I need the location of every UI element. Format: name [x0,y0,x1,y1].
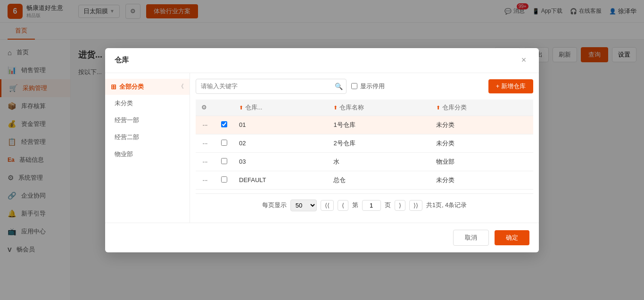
row-check-cell[interactable] [215,134,233,152]
col-header-gear: ⚙ [196,100,215,116]
table-panel: 🔍 显示停用 + 新增仓库 ⚙ ⬆ 仓 [190,73,539,223]
category-item-ops1[interactable]: 经营一部 [105,112,190,129]
row-gear-cell: ··· [196,171,215,189]
confirm-button[interactable]: 确定 [495,230,529,245]
row-code-cell: DEFAULT [233,171,328,189]
table-toolbar: 🔍 显示停用 + 新增仓库 [196,79,533,94]
per-page-label: 每页显示 [262,201,287,209]
row-name-cell: 水 [328,152,430,171]
row-check-cell[interactable] [215,152,233,171]
row-name-cell: 2号仓库 [328,134,430,152]
dialog-body: ⊞ 全部分类 《 未分类 经营一部 经营二部 物业部 🔍 [105,73,539,223]
show-disabled-label: 显示停用 [360,82,385,91]
row-check-cell[interactable] [215,171,233,189]
col-sort-icon: ⬆ [239,105,243,110]
row-category-cell: 未分类 [430,134,533,152]
row-code-cell: 03 [233,152,328,171]
search-wrap: 🔍 [196,79,347,94]
col-header-check [215,100,233,116]
row-category-cell: 未分类 [430,116,533,134]
category-item-property[interactable]: 物业部 [105,146,190,163]
table-row[interactable]: ··· 02 2号仓库 未分类 [196,134,533,152]
col-header-code: ⬆ 仓库... [233,100,328,116]
page-prev-button[interactable]: ⟨ [338,200,348,211]
row-code-cell: 02 [233,134,328,152]
row-name-cell: 1号仓库 [328,116,430,134]
page-input[interactable] [362,200,381,211]
row-gear-cell: ··· [196,134,215,152]
category-item-unclassified[interactable]: 未分类 [105,95,190,112]
grid-icon: ⊞ [111,83,116,91]
table-row[interactable]: ··· 03 水 物业部 [196,152,533,171]
per-page-select[interactable]: 50 10 20 100 [290,200,317,211]
category-item-ops2[interactable]: 经营二部 [105,129,190,146]
all-category-label: ⊞ 全部分类 [111,83,144,91]
show-disabled-wrap: 显示停用 [351,82,385,91]
row-name-cell: 总仓 [328,171,430,189]
page-next-button[interactable]: ⟩ [395,200,405,211]
page-unit-label: 页 [385,201,391,209]
page-first-button[interactable]: ⟨⟨ [321,200,334,211]
row-category-cell: 未分类 [430,171,533,189]
category-panel: ⊞ 全部分类 《 未分类 经营一部 经营二部 物业部 [105,73,190,223]
col-name-sort-icon: ⬆ [333,105,338,110]
page-total-label: 共1页, 4条记录 [426,201,467,209]
search-icon[interactable]: 🔍 [335,83,343,90]
dialog-footer: 取消 确定 [105,223,539,252]
col-cat-sort-icon: ⬆ [436,105,440,110]
row-gear-cell: ··· [196,152,215,171]
dialog-close-button[interactable]: × [518,55,529,66]
dialog-overlay: 仓库 × ⊞ 全部分类 《 未分类 经营一部 经营二部 物业部 [0,0,644,300]
row-code-cell: 01 [233,116,328,134]
add-warehouse-button[interactable]: + 新增仓库 [488,79,533,93]
collapse-icon[interactable]: 《 [178,83,184,91]
row-gear-cell: ··· [196,116,215,134]
col-header-name: ⬆ 仓库名称 [328,100,430,116]
cancel-button[interactable]: 取消 [453,230,489,246]
dialog-title: 仓库 [115,56,129,65]
table-row[interactable]: ··· 01 1号仓库 未分类 [196,116,533,134]
category-all-item[interactable]: ⊞ 全部分类 《 [105,79,190,95]
table-row[interactable]: ··· DEFAULT 总仓 未分类 [196,171,533,189]
page-last-button[interactable]: ⟩⟩ [409,200,422,211]
search-input[interactable] [196,79,347,94]
warehouse-table: ⚙ ⬆ 仓库... ⬆ 仓库名称 ⬆ 仓库分类 [196,100,533,190]
pagination-bar: 每页显示 50 10 20 100 ⟨⟨ ⟨ 第 页 ⟩ ⟩⟩ 共1页, 4条记… [196,193,533,217]
dialog-header: 仓库 × [105,48,539,73]
row-check-cell[interactable] [215,116,233,134]
col-header-category: ⬆ 仓库分类 [430,100,533,116]
page-goto-label: 第 [352,201,358,209]
warehouse-dialog: 仓库 × ⊞ 全部分类 《 未分类 经营一部 经营二部 物业部 [105,48,539,252]
row-category-cell: 物业部 [430,152,533,171]
show-disabled-checkbox[interactable] [351,83,357,89]
